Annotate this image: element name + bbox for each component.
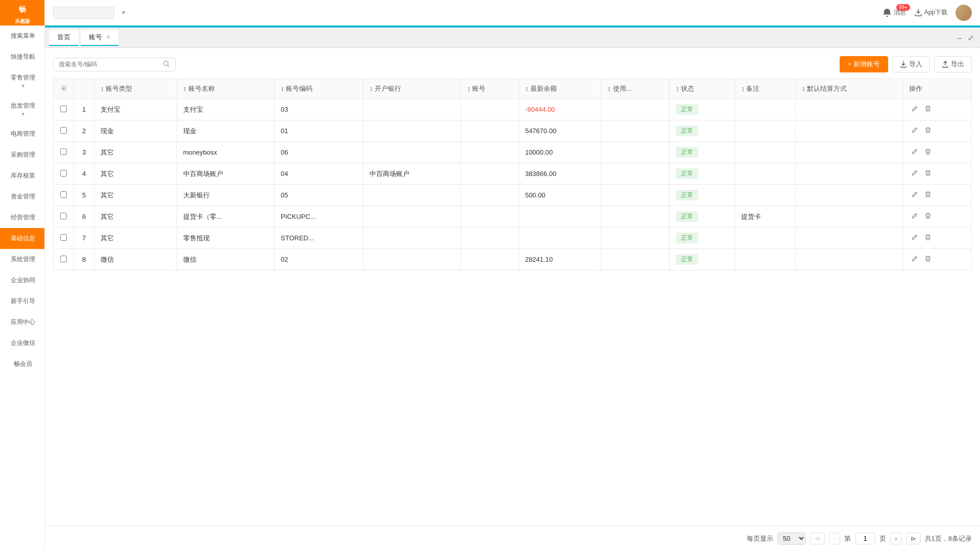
table-row: 3 其它 moneybosx 06 10000.00 正常: [54, 142, 972, 163]
sidebar-item-system[interactable]: 系统管理: [0, 249, 44, 270]
delete-button[interactable]: [922, 190, 934, 201]
row-name: moneybosx: [177, 142, 274, 163]
col-type[interactable]: ↕ 账号类型: [94, 79, 177, 99]
page-input[interactable]: [855, 533, 875, 544]
edit-button[interactable]: [909, 254, 920, 265]
sidebar-item-wholesale[interactable]: 批发管理 ▼: [0, 95, 44, 123]
edit-button[interactable]: [909, 126, 920, 136]
page-size-select[interactable]: 50 100: [777, 532, 806, 545]
app-download-button[interactable]: App下载: [914, 8, 947, 17]
sidebar-item-search-menu[interactable]: 搜索菜单: [0, 26, 44, 46]
row-checkbox[interactable]: [54, 228, 74, 249]
row-select-checkbox[interactable]: [60, 191, 67, 198]
sidebar-item-guide[interactable]: 新手引导: [0, 291, 44, 312]
row-select-checkbox[interactable]: [60, 127, 67, 134]
delete-button[interactable]: [922, 211, 934, 222]
edit-button[interactable]: [909, 147, 920, 158]
col-default-payment-label: ↕ 默认结算方式: [802, 85, 847, 92]
delete-button[interactable]: [922, 254, 934, 265]
header-search-input[interactable]: [53, 7, 114, 19]
col-code[interactable]: ↕ 账号编码: [275, 79, 363, 99]
sidebar-item-inventory[interactable]: 库存核算: [0, 165, 44, 186]
export-label: 导出: [951, 60, 964, 69]
row-checkbox[interactable]: [54, 206, 74, 228]
delete-button[interactable]: [922, 233, 934, 243]
col-usage[interactable]: ↕ 使用...: [601, 79, 670, 99]
row-select-checkbox[interactable]: [60, 148, 67, 155]
row-checkbox[interactable]: [54, 249, 74, 270]
delete-button[interactable]: [922, 147, 934, 158]
sidebar-item-retail[interactable]: 零售管理 ▼: [0, 67, 44, 95]
tab-account-label: 账号: [89, 33, 102, 42]
search-icon[interactable]: [163, 60, 170, 69]
dropdown-arrow-icon[interactable]: ▼: [120, 9, 127, 16]
next-page-button[interactable]: ›: [890, 533, 901, 544]
row-type: 其它: [94, 142, 177, 163]
col-account[interactable]: ↕ 账号: [461, 79, 519, 99]
message-button[interactable]: 消息 99+: [883, 8, 906, 17]
col-notes[interactable]: ↕ 备注: [735, 79, 796, 99]
row-select-checkbox[interactable]: [60, 213, 67, 219]
row-checkbox[interactable]: [54, 163, 74, 185]
edit-button[interactable]: [909, 168, 920, 179]
row-status: 正常: [670, 185, 735, 206]
col-default-payment[interactable]: ↕ 默认结算方式: [796, 79, 903, 99]
tab-maximize-button[interactable]: ⤢: [966, 32, 976, 44]
sidebar-item-finance[interactable]: 资金管理: [0, 186, 44, 207]
user-avatar[interactable]: [955, 5, 972, 21]
last-page-button[interactable]: ⊳: [906, 533, 921, 544]
tab-account[interactable]: 账号 ✕: [81, 30, 118, 46]
first-page-button[interactable]: ⊲: [810, 533, 825, 544]
export-button[interactable]: 导出: [934, 56, 972, 72]
row-select-checkbox[interactable]: [60, 256, 67, 262]
row-select-checkbox[interactable]: [60, 234, 67, 241]
prev-page-button[interactable]: ‹: [829, 533, 840, 544]
row-checkbox[interactable]: [54, 142, 74, 163]
edit-button[interactable]: [909, 104, 920, 115]
row-checkbox[interactable]: [54, 120, 74, 142]
table-row: 4 其它 中百商场账户 04 中百商场账户 383866.00 正常: [54, 163, 972, 185]
delete-button[interactable]: [922, 104, 934, 115]
row-usage: [601, 99, 670, 120]
row-number: 1: [74, 99, 94, 120]
delete-button[interactable]: [922, 168, 934, 179]
sidebar-item-ecommerce[interactable]: 电商管理: [0, 123, 44, 144]
row-checkbox[interactable]: [54, 185, 74, 206]
sidebar-item-enterprise[interactable]: 企业协同: [0, 270, 44, 291]
sidebar-item-corp-wechat[interactable]: 企业微信: [0, 333, 44, 354]
table-row: 2 现金 现金 01 547670.00 正常: [54, 120, 972, 142]
tab-close-icon[interactable]: ✕: [106, 34, 110, 40]
svg-line-3: [168, 65, 170, 67]
row-name: 现金: [177, 120, 274, 142]
col-name[interactable]: ↕ 账号名称: [177, 79, 274, 99]
page-label: 页: [879, 534, 886, 543]
edit-button[interactable]: [909, 190, 920, 201]
sidebar-item-purchase[interactable]: 采购管理: [0, 144, 44, 165]
sidebar-item-basic-info[interactable]: 基础信息: [0, 228, 44, 249]
delete-button[interactable]: [922, 126, 934, 136]
col-bank[interactable]: ↕ 开户银行: [363, 79, 460, 99]
sidebar-item-member[interactable]: 畅会员: [0, 354, 44, 374]
sidebar-item-app-center[interactable]: 应用中心: [0, 312, 44, 333]
col-settings[interactable]: [54, 79, 74, 99]
row-select-checkbox[interactable]: [60, 106, 67, 112]
row-select-checkbox[interactable]: [60, 170, 67, 177]
add-account-button[interactable]: + 新增账号: [840, 56, 888, 72]
row-default-payment: [796, 120, 903, 142]
import-button[interactable]: 导入: [892, 56, 930, 72]
col-balance[interactable]: ↕ 最新余额: [519, 79, 601, 99]
search-input[interactable]: [59, 61, 160, 68]
import-icon: [900, 61, 907, 68]
sidebar-item-shortcut[interactable]: 快捷导航: [0, 46, 44, 67]
row-notes: [735, 185, 796, 206]
row-balance: 10000.00: [519, 142, 601, 163]
sidebar-item-operations[interactable]: 经营管理: [0, 207, 44, 228]
col-status[interactable]: ↕ 状态: [670, 79, 735, 99]
col-type-label: ↕ 账号类型: [101, 85, 132, 92]
row-status: 正常: [670, 249, 735, 270]
edit-button[interactable]: [909, 233, 920, 243]
edit-button[interactable]: [909, 211, 920, 222]
tab-home[interactable]: 首页: [49, 30, 79, 46]
row-checkbox[interactable]: [54, 99, 74, 120]
tab-minimize-button[interactable]: –: [955, 32, 964, 44]
